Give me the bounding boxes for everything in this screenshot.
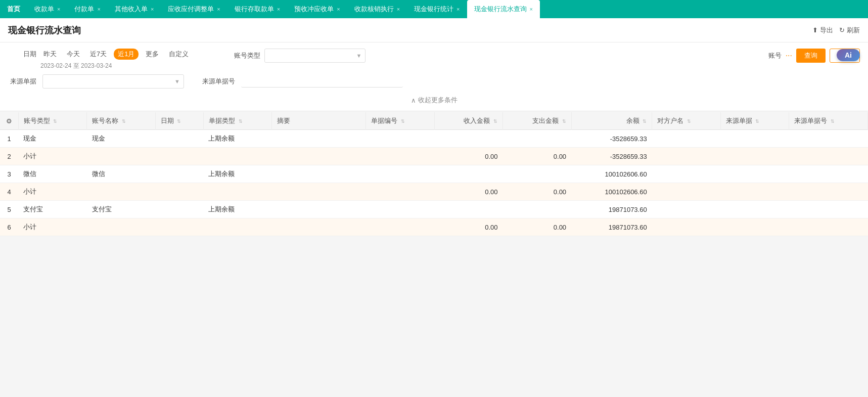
nav-tab-receipt-verify[interactable]: 收款核销执行× xyxy=(347,0,407,18)
custom-btn[interactable]: 自定义 xyxy=(166,49,192,60)
cell-source-doc xyxy=(720,201,789,218)
close-tab-ar-ap-adjust[interactable]: × xyxy=(217,6,220,12)
more-btn[interactable]: 更多 xyxy=(143,49,162,60)
table-row: 6 小计 0.00 0.00 19871073.60 xyxy=(0,218,868,236)
sort-icon[interactable]: ⇅ xyxy=(643,119,647,124)
cell-doc-no xyxy=(366,218,435,236)
source-doc-no-input[interactable] xyxy=(241,75,403,87)
sort-icon[interactable]: ⇅ xyxy=(122,119,126,124)
collapse-bar[interactable]: ∧ 收起更多条件 xyxy=(8,94,860,107)
sort-icon[interactable]: ⇅ xyxy=(53,119,57,124)
cell-counterparty xyxy=(652,201,721,218)
table-section: ⚙ 账号类型 ⇅ 账号名称 ⇅ 日期 ⇅ 单据类型 ⇅ 摘要 单据编号 ⇅ 收入… xyxy=(0,112,868,236)
col-date: 日期 ⇅ xyxy=(155,112,203,130)
data-table: ⚙ 账号类型 ⇅ 账号名称 ⇅ 日期 ⇅ 单据类型 ⇅ 摘要 单据编号 ⇅ 收入… xyxy=(0,112,868,236)
yesterday-btn[interactable]: 昨天 xyxy=(40,49,60,60)
account-dots-button[interactable]: ··· xyxy=(786,51,792,60)
cell-account-name xyxy=(87,218,156,236)
cell-source-doc xyxy=(720,165,789,183)
nav-tab-home[interactable]: 首页 xyxy=(0,0,27,18)
cell-expense xyxy=(503,130,572,148)
gear-icon[interactable]: ⚙ xyxy=(6,117,12,125)
close-tab-payment[interactable]: × xyxy=(97,6,100,12)
cell-source-doc-no xyxy=(789,130,868,148)
cell-source-doc xyxy=(720,218,789,236)
nav-tab-ar-ap-adjust[interactable]: 应收应付调整单× xyxy=(161,0,227,18)
sort-icon[interactable]: ⇅ xyxy=(755,119,759,124)
source-doc-select-wrapper: ▼ xyxy=(42,74,184,89)
close-tab-bank-deposit[interactable]: × xyxy=(277,6,280,12)
nav-tab-receipt[interactable]: 收款单× xyxy=(27,0,67,18)
cell-date xyxy=(155,218,203,236)
source-doc-select[interactable] xyxy=(42,74,184,89)
table-row: 1 现金 现金 上期余额 -3528659.33 xyxy=(0,130,868,148)
table-body: 1 现金 现金 上期余额 -3528659.33 2 小计 0.00 0.00 … xyxy=(0,130,868,236)
sort-icon[interactable]: ⇅ xyxy=(401,119,405,124)
sort-icon[interactable]: ⇅ xyxy=(493,119,497,124)
cell-date xyxy=(155,148,203,165)
cell-doc-no xyxy=(366,148,435,165)
nav-tab-cash-flow-query[interactable]: 现金银行流水查询× xyxy=(467,0,540,18)
close-tab-other-income[interactable]: × xyxy=(151,6,154,12)
cell-doc-type: 上期余额 xyxy=(203,130,272,148)
refresh-button[interactable]: ↻ 刷新 xyxy=(839,26,860,35)
row-num: 2 xyxy=(0,148,18,165)
today-btn[interactable]: 今天 xyxy=(64,49,83,60)
query-button[interactable]: 查询 xyxy=(796,49,826,63)
last1month-btn[interactable]: 近1月 xyxy=(114,49,139,60)
cell-income: 0.00 xyxy=(434,148,503,165)
sort-icon[interactable]: ⇅ xyxy=(831,119,835,124)
cell-balance: 19871073.60 xyxy=(571,201,652,218)
nav-tab-payment[interactable]: 付款单× xyxy=(67,0,107,18)
cell-expense: 0.00 xyxy=(503,148,572,165)
cell-source-doc-no xyxy=(789,218,868,236)
cell-summary xyxy=(272,201,366,218)
cell-counterparty xyxy=(652,148,721,165)
nav-tab-other-income[interactable]: 其他收入单× xyxy=(108,0,161,18)
cell-expense: 0.00 xyxy=(503,183,572,201)
sort-icon[interactable]: ⇅ xyxy=(562,119,566,124)
cell-balance: 100102606.60 xyxy=(571,183,652,201)
nav-tab-prepay-ar[interactable]: 预收冲应收单× xyxy=(287,0,347,18)
sort-icon[interactable]: ⇅ xyxy=(687,119,691,124)
nav-tab-cash-stat[interactable]: 现金银行统计× xyxy=(407,0,467,18)
date-range-display: 2023-02-24 至 2023-03-24 xyxy=(40,62,112,69)
account-type-select-wrapper: ▼ xyxy=(264,49,366,63)
col-counterparty: 对方户名 ⇅ xyxy=(652,112,721,130)
cell-expense xyxy=(503,201,572,218)
cell-source-doc xyxy=(720,183,789,201)
cell-source-doc xyxy=(720,130,789,148)
cell-counterparty xyxy=(652,218,721,236)
col-gear[interactable]: ⚙ xyxy=(0,112,18,130)
close-tab-cash-stat[interactable]: × xyxy=(456,6,460,12)
nav-tab-bank-deposit[interactable]: 银行存取款单× xyxy=(227,0,287,18)
cell-income xyxy=(434,201,503,218)
last7days-btn[interactable]: 近7天 xyxy=(87,49,110,60)
sort-icon[interactable]: ⇅ xyxy=(177,119,181,124)
cell-doc-no xyxy=(366,165,435,183)
export-button[interactable]: ⬆ 导出 xyxy=(812,26,833,35)
close-tab-receipt-verify[interactable]: × xyxy=(397,6,400,12)
col-account-name: 账号名称 ⇅ xyxy=(87,112,156,130)
source-doc-label: 来源单据 xyxy=(8,77,36,86)
export-icon: ⬆ xyxy=(812,26,818,34)
page-header: 现金银行流水查询 ⬆ 导出 ↻ 刷新 xyxy=(0,18,868,42)
cell-source-doc-no xyxy=(789,201,868,218)
table-row: 4 小计 0.00 0.00 100102606.60 xyxy=(0,183,868,201)
row-num: 3 xyxy=(0,165,18,183)
cell-doc-no xyxy=(366,183,435,201)
account-type-select[interactable] xyxy=(264,49,366,63)
close-tab-cash-flow-query[interactable]: × xyxy=(530,6,533,12)
cell-date xyxy=(155,130,203,148)
cell-summary xyxy=(272,183,366,201)
cell-source-doc-no xyxy=(789,165,868,183)
cell-expense xyxy=(503,165,572,183)
close-tab-receipt[interactable]: × xyxy=(57,6,60,12)
cell-doc-type: 上期余额 xyxy=(203,201,272,218)
col-doc-no: 单据编号 ⇅ xyxy=(366,112,435,130)
ai-button[interactable]: Ai xyxy=(837,49,860,61)
sort-icon[interactable]: ⇅ xyxy=(239,119,243,124)
collapse-up-icon: ∧ xyxy=(411,97,416,104)
source-doc-row: 来源单据 ▼ 来源单据号 xyxy=(8,74,860,89)
close-tab-prepay-ar[interactable]: × xyxy=(337,6,340,12)
